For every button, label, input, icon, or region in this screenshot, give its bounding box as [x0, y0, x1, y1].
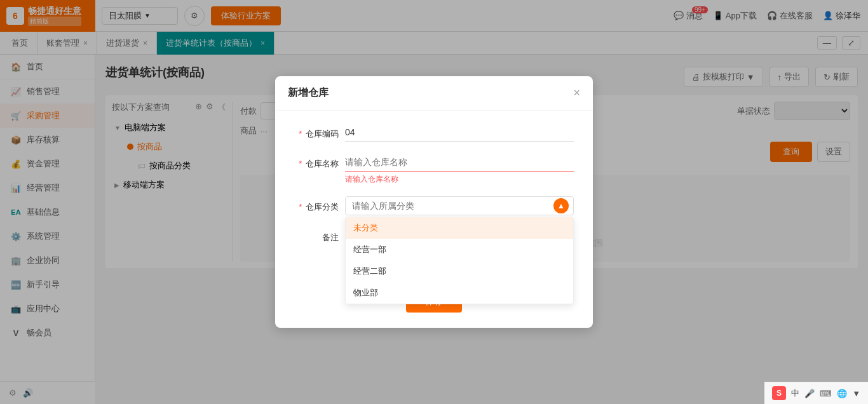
name-error-msg: 请输入仓库名称: [345, 174, 574, 185]
dialog-body: * 仓库编码 * 仓库名称 请输入仓库名称: [275, 111, 593, 291]
category-input-wrap: ▲ 未分类 经营一部 经营二部 物业部: [345, 196, 574, 215]
code-input-wrap: [345, 123, 574, 142]
note-label: 备注: [294, 227, 339, 243]
cn-lang-icon[interactable]: 中: [791, 387, 799, 399]
category-label: * 仓库分类: [294, 196, 339, 213]
keyboard-icon[interactable]: ⌨: [820, 389, 832, 398]
dropdown-item-uncategorized[interactable]: 未分类: [346, 217, 573, 239]
form-row-code: * 仓库编码: [294, 123, 574, 142]
s-logo-icon: S: [772, 386, 786, 400]
category-toggle-icon[interactable]: ▲: [553, 198, 569, 213]
name-input[interactable]: [345, 153, 574, 172]
form-row-category: * 仓库分类 ▲ 未分类 经营一部 经营二部 物业部: [294, 196, 574, 215]
mic-icon[interactable]: 🎤: [804, 389, 815, 398]
code-label: * 仓库编码: [294, 123, 339, 140]
dialog-close-icon[interactable]: ×: [573, 86, 580, 100]
form-row-name: * 仓库名称 请输入仓库名称: [294, 153, 574, 185]
dialog-title: 新增仓库: [288, 86, 329, 100]
dropdown-item-property[interactable]: 物业部: [346, 282, 573, 304]
category-dropdown: 未分类 经营一部 经营二部 物业部: [345, 217, 574, 304]
modal-overlay[interactable]: 新增仓库 × * 仓库编码 * 仓库名称: [0, 0, 868, 404]
dropdown-item-ops2[interactable]: 经营二部: [346, 260, 573, 282]
category-input[interactable]: [345, 196, 574, 215]
settings-bottom-icon[interactable]: ▼: [852, 389, 860, 398]
new-warehouse-dialog: 新增仓库 × * 仓库编码 * 仓库名称: [275, 76, 593, 328]
name-input-wrap: 请输入仓库名称: [345, 153, 574, 185]
name-label: * 仓库名称: [294, 153, 339, 170]
dropdown-item-ops1[interactable]: 经营一部: [346, 239, 573, 260]
translate-icon[interactable]: 🌐: [837, 389, 847, 398]
dialog-header: 新增仓库 ×: [275, 76, 593, 111]
code-input[interactable]: [345, 123, 574, 142]
